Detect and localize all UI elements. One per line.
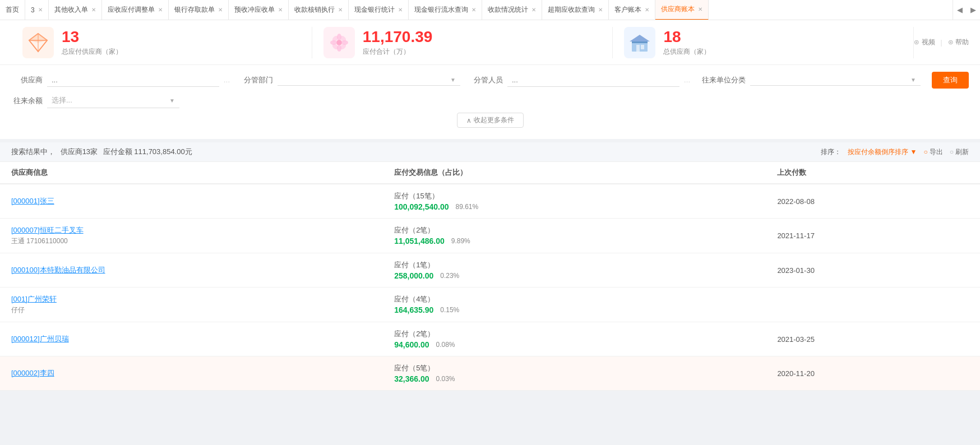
row-3-lastpay: [777, 294, 969, 315]
nav-tab-3-close[interactable]: ✕: [38, 7, 43, 13]
table-row: [000100]本特勤油品有限公司 应付（1笔） 258,000.00 0.23…: [0, 253, 980, 288]
person-dots-icon[interactable]: …: [684, 76, 691, 84]
filter-row-1: 供应商 … 分管部门 ▼ 分管人员 … 往来单位分类 ▼ 查询: [11, 72, 969, 89]
supplier-link-0[interactable]: [000001]张三: [11, 196, 394, 206]
nav-right-arrow[interactable]: ▶: [967, 0, 980, 20]
supplier-link-4[interactable]: [000012]广州贝瑞: [11, 334, 394, 344]
refresh-button[interactable]: ○ 刷新: [950, 147, 969, 157]
nav-tab-receipt-verify-close[interactable]: ✕: [338, 7, 343, 13]
filter-supplier-label: 供应商: [11, 75, 43, 85]
svg-rect-17: [632, 41, 648, 43]
row-1-tx-amount[interactable]: 11,051,486.00: [394, 237, 445, 245]
filter-category: 往来单位分类 ▼: [702, 75, 921, 86]
col-header-supplier: 供应商信息: [11, 168, 394, 178]
stat-icon-store: [624, 27, 655, 58]
divider: |: [941, 39, 942, 47]
svg-rect-16: [641, 45, 644, 49]
nav-tab-advance-offset-close[interactable]: ✕: [278, 7, 283, 13]
row-5-tx-amount[interactable]: 32,366.00: [394, 374, 429, 383]
nav-tab-ar-ap-adjust[interactable]: 应收应付调整单 ✕: [102, 0, 169, 20]
row-1-supplier: [000007]恒旺二手叉车 王通 17106110000: [11, 225, 394, 246]
filter-balance-select[interactable]: 选择... ▼: [47, 93, 179, 108]
export-button[interactable]: ○ 导出: [924, 147, 943, 157]
export-circle-icon: ○: [924, 148, 928, 156]
svg-point-4: [336, 40, 342, 45]
result-supplier-count: 供应商13家: [61, 147, 98, 156]
supplier-link-3[interactable]: [001]广州荣轩: [11, 294, 394, 304]
row-3-transaction-row: 应付（4笔）: [394, 294, 777, 304]
nav-tab-bank-deposit-close[interactable]: ✕: [218, 7, 223, 13]
query-button[interactable]: 查询: [932, 72, 969, 89]
nav-tab-supplier-book-close[interactable]: ✕: [698, 6, 702, 12]
supplier-link-1[interactable]: [000007]恒旺二手叉车: [11, 225, 394, 235]
nav-tab-receipt-stat[interactable]: 收款情况统计 ✕: [482, 0, 542, 20]
nav-tab-cash-bank-flow[interactable]: 现金银行流水查询 ✕: [409, 0, 482, 20]
nav-tab-overdue-ar[interactable]: 超期应收款查询 ✕: [542, 0, 609, 20]
sort-select[interactable]: 按应付余额倒序排序 ▼: [848, 147, 917, 157]
nav-tab-cash-bank-flow-close[interactable]: ✕: [471, 7, 476, 13]
row-2-lastpay: 2023-01-30: [777, 260, 969, 280]
video-link[interactable]: ⊙ 视频: [914, 38, 935, 47]
supplier-link-2[interactable]: [000100]本特勤油品有限公司: [11, 265, 394, 275]
row-2-transaction-row: 应付（1笔）: [394, 260, 777, 270]
stat-item-suppliers-with-payable: 13 总应付供应商（家）: [11, 27, 312, 58]
filter-person-input[interactable]: [507, 73, 679, 87]
row-5-tx-pct: 0.03%: [436, 375, 455, 383]
stat-number-suppliers: 13: [62, 28, 122, 46]
stat-text-payable: 11,170.39 应付合计（万）: [363, 28, 433, 57]
nav-left-arrow[interactable]: ◀: [953, 0, 967, 20]
result-actions: 排序： 按应付余额倒序排序 ▼ ○ 导出 ○ 刷新: [821, 147, 969, 157]
nav-tab-customer-book[interactable]: 客户账本 ✕: [609, 0, 655, 20]
row-0-tx-amount[interactable]: 100,092,540.00: [394, 202, 449, 211]
diamond-icon: [27, 31, 49, 54]
row-4-supplier: [000012]广州贝瑞: [11, 329, 394, 349]
nav-tab-receipt-stat-close[interactable]: ✕: [531, 7, 536, 13]
nav-tab-customer-book-close[interactable]: ✕: [645, 7, 649, 13]
nav-tab-other-income-close[interactable]: ✕: [91, 7, 96, 13]
nav-tab-cash-bank-stat-close[interactable]: ✕: [398, 7, 403, 13]
row-1-tx-label: 应付（2笔）: [394, 225, 434, 235]
filter-supplier-input[interactable]: [47, 73, 219, 87]
nav-tab-other-income[interactable]: 其他收入单 ✕: [49, 0, 102, 20]
filter-category-arrow: ▼: [910, 77, 916, 83]
row-2-supplier: [000100]本特勤油品有限公司: [11, 260, 394, 280]
nav-tab-receipt-verify[interactable]: 收款核销执行 ✕: [289, 0, 349, 20]
nav-tab-home-label: 首页: [6, 5, 19, 15]
row-2-tx-amount[interactable]: 258,000.00: [394, 271, 433, 280]
supplier-link-5[interactable]: [000002]李四: [11, 368, 394, 378]
filter-supplier: 供应商 …: [11, 73, 230, 87]
row-4-tx-pct: 0.08%: [436, 341, 455, 349]
row-1-lastpay: 2021-11-17: [777, 225, 969, 246]
store-icon: [628, 31, 651, 54]
help-link[interactable]: ⊙ 帮助: [948, 38, 969, 47]
filter-dept-select[interactable]: ▼: [278, 75, 461, 86]
filter-row-2: 往来余额 选择... ▼: [11, 93, 969, 108]
nav-tab-bank-deposit[interactable]: 银行存取款单 ✕: [169, 0, 229, 20]
row-3-sub: 仔仔: [11, 305, 394, 315]
collapse-button[interactable]: ∧ 收起更多条件: [457, 113, 524, 128]
filter-person-label: 分管人员: [471, 75, 503, 85]
nav-tab-ar-ap-adjust-close[interactable]: ✕: [158, 7, 163, 13]
nav-tab-overdue-ar-close[interactable]: ✕: [598, 7, 603, 13]
nav-tab-cash-bank-stat[interactable]: 现金银行统计 ✕: [349, 0, 409, 20]
nav-tab-advance-offset[interactable]: 预收冲应收单 ✕: [229, 0, 289, 20]
row-0-tx-label: 应付（15笔）: [394, 191, 438, 201]
nav-tab-supplier-book[interactable]: 供应商账本 ✕: [655, 0, 709, 20]
row-2-tx-label: 应付（1笔）: [394, 260, 434, 270]
nav-tab-3-label: 3: [31, 6, 35, 14]
video-label: 视频: [922, 38, 935, 46]
row-5-supplier: [000002]李四: [11, 363, 394, 383]
supplier-dots-icon[interactable]: …: [224, 76, 230, 84]
nav-tab-3[interactable]: 3 ✕: [25, 0, 49, 20]
row-4-transaction-row: 应付（2笔）: [394, 329, 777, 339]
video-circle-icon: ⊙: [914, 38, 919, 46]
row-3-tx-amount[interactable]: 164,635.90: [394, 305, 433, 314]
table-row: [000012]广州贝瑞 应付（2笔） 94,600.00 0.08% 2021…: [0, 322, 980, 356]
stat-item-payable-total: 11,170.39 应付合计（万）: [312, 27, 613, 58]
nav-tab-home[interactable]: 首页: [0, 0, 25, 20]
row-4-tx-amount[interactable]: 94,600.00: [394, 340, 429, 349]
stat-number-payable: 11,170.39: [363, 28, 433, 46]
row-1-sub: 王通 17106110000: [11, 237, 394, 246]
svg-rect-15: [636, 45, 640, 52]
filter-category-select[interactable]: ▼: [750, 75, 921, 86]
